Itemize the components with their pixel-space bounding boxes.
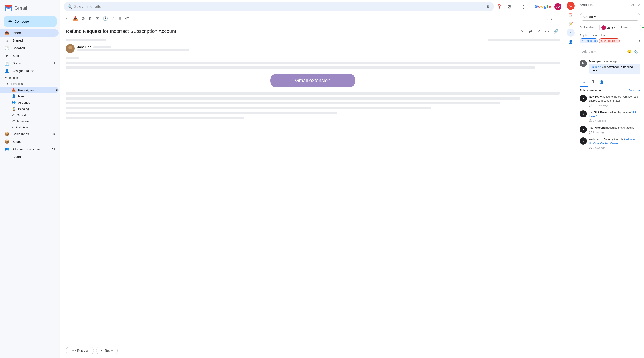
time-text-1: 9 minutes ago	[593, 103, 608, 107]
top-toolbar: 🔍 ⚙ ❓ ⚙ ⋮⋮⋮ Google JD	[60, 0, 565, 14]
label-button[interactable]: 🏷	[124, 15, 130, 22]
archive-button[interactable]: 📥	[72, 15, 79, 22]
sidebar-item-sales[interactable]: 📦 Sales Inbox 3	[0, 130, 58, 138]
panel-settings-button[interactable]: ⚙	[631, 3, 635, 8]
note-area[interactable]: Add a note 🙂 📎	[580, 47, 640, 56]
reply-button[interactable]: ↩ Reply	[96, 347, 118, 354]
email-body-content: Gmail extension	[66, 57, 560, 119]
sidebar-item-snoozed[interactable]: 🕐 Snoozed	[0, 44, 58, 52]
panel-close-button[interactable]: ✕	[636, 3, 640, 8]
search-input[interactable]	[74, 5, 484, 9]
sidebar-item-sent[interactable]: ➤ Sent	[0, 52, 58, 60]
time-icon-1: 💬	[589, 103, 592, 107]
search-filter-button[interactable]: ⚙	[485, 4, 490, 10]
finances-section[interactable]: ▼ Finances	[0, 81, 60, 87]
sidebar-item-boards[interactable]: ⊞ Boards	[0, 153, 58, 161]
gmail-logo-icon	[4, 4, 12, 12]
tag-sla-remove[interactable]: ✕	[616, 40, 618, 42]
finances-expand-icon: ▼	[6, 82, 9, 86]
inboxes-section[interactable]: ▼ Inboxes	[0, 75, 60, 81]
tags-expand-icon[interactable]: ▾	[639, 39, 640, 43]
support-label: Support	[12, 140, 24, 143]
strip-check-icon[interactable]: ✓	[567, 29, 575, 37]
back-button[interactable]: ←	[64, 15, 71, 22]
settings-button[interactable]: ⚙	[506, 3, 512, 10]
tab-email[interactable]: ✉	[580, 78, 588, 87]
report-button[interactable]: ⊘	[80, 15, 86, 22]
print-button[interactable]: 🖨	[527, 28, 534, 35]
search-bar[interactable]: 🔍 ⚙	[64, 2, 494, 12]
drafts-badge: 1	[54, 62, 55, 65]
image-tab-icon: 🖼	[590, 80, 594, 84]
comment-content: Manager 2 hours ago @Jane Your attention…	[589, 60, 640, 74]
reply-bar: ↩↩ Reply all ↩ Reply	[60, 343, 565, 358]
tag-refund[interactable]: ✦ Refund ✕	[580, 39, 598, 44]
user-avatar[interactable]: JD	[554, 3, 562, 10]
sent-icon: ➤	[4, 53, 10, 58]
subject-text: Refund Request for Incorrect Subscriptio…	[66, 29, 176, 34]
assigned-to-select[interactable]: J Jane ▾	[599, 24, 617, 31]
activity-item-1: ● New reply added to the conversation an…	[580, 95, 640, 107]
activity-avatar-4: ●	[580, 137, 587, 145]
help-button[interactable]: ❓	[496, 3, 503, 10]
sidebar-item-closed[interactable]: ✓ Closed	[0, 112, 58, 118]
sidebar-item-support[interactable]: 📦 Support	[0, 138, 58, 145]
strip-calendar-icon[interactable]: 📅	[567, 11, 575, 19]
reply-all-button[interactable]: ↩↩ Reply all	[66, 347, 94, 354]
sidebar-item-pending[interactable]: ⏳ Pending	[0, 106, 58, 112]
more-button[interactable]: ⋮	[555, 15, 562, 22]
email-meta-bar	[66, 39, 560, 41]
tab-person[interactable]: 👤	[597, 78, 607, 87]
status-select[interactable]: Open ▾	[640, 25, 644, 31]
body-line-9	[66, 117, 244, 119]
strip-user-icon[interactable]: 👤	[567, 38, 575, 46]
assigned-user-avatar: J	[601, 25, 606, 30]
pending-label: Pending	[18, 107, 29, 111]
sidebar-item-assigned-to-me[interactable]: 👤 Assigned to me	[0, 67, 58, 75]
delete-button[interactable]: 🗑	[87, 15, 94, 22]
hubspot-link[interactable]: Assign to HubSpot Contact Owner	[589, 138, 635, 145]
unassigned-icon: 📥	[12, 88, 16, 92]
sidebar-item-assigned[interactable]: 👥 Assigned	[0, 99, 58, 106]
open-new-tab-button[interactable]: ↗	[536, 28, 542, 35]
close-email-button[interactable]: ✕	[520, 28, 526, 35]
snooze-button[interactable]: 🕐	[102, 15, 109, 22]
assigned-to-label: Assigned to	[580, 26, 598, 29]
next-email-button[interactable]: ›	[550, 15, 554, 22]
prev-email-button[interactable]: ‹	[545, 15, 549, 22]
add-view-item[interactable]: + Add view	[0, 124, 58, 130]
tag-sla[interactable]: SLA Breach ✕	[599, 39, 620, 44]
email-body: Refund Request for Incorrect Subscriptio…	[60, 24, 565, 343]
more-options-button[interactable]: ⋯	[544, 28, 550, 35]
assigned-label: Assigned to me	[12, 69, 34, 73]
snoozed-label: Snoozed	[12, 46, 25, 50]
apps-button[interactable]: ⋮⋮⋮	[516, 3, 531, 10]
strip-notes-icon[interactable]: 📝	[567, 20, 575, 28]
task-button[interactable]: ✓	[110, 15, 116, 22]
panel-title: GMELIUS	[580, 4, 629, 7]
create-button[interactable]: Create ▾	[580, 13, 640, 21]
all-conv-icon: 👥	[4, 147, 10, 152]
tag-section-label: Tag this conversation	[580, 34, 640, 37]
attach-icon[interactable]: 📎	[634, 50, 638, 54]
tab-image[interactable]: 🖼	[588, 78, 597, 87]
compose-icon: ✏	[8, 19, 12, 24]
sidebar-item-inbox[interactable]: 📥 Inbox	[0, 29, 58, 37]
sidebar-item-starred[interactable]: ☆ Starred	[0, 37, 58, 44]
mark-read-button[interactable]: ✉	[94, 15, 100, 22]
link-button[interactable]: 🔗	[552, 28, 560, 35]
tag-refund-remove[interactable]: ✕	[594, 40, 596, 42]
sidebar-item-unassigned[interactable]: 📥 Unassigned 2	[0, 87, 58, 93]
sidebar-item-drafts[interactable]: 📄 Drafts 1	[0, 60, 58, 67]
emoji-icon[interactable]: 🙂	[627, 50, 632, 54]
sidebar-item-mine[interactable]: 👤 Mine	[0, 93, 58, 99]
sidebar-item-important[interactable]: 🏷 Important	[0, 118, 58, 124]
time-icon-4: 💬	[589, 146, 592, 150]
subscribe-button[interactable]: + Subscribe	[626, 89, 640, 92]
add-view-label: Add view	[16, 126, 28, 129]
strip-gmelius-icon[interactable]: G	[567, 2, 575, 10]
move-button[interactable]: ⬇	[117, 15, 123, 22]
activity-avatar-3: ●	[580, 126, 587, 133]
compose-button[interactable]: ✏ Compose	[4, 16, 57, 27]
sidebar-item-all-conversations[interactable]: 👥 All shared conversa... 11	[0, 145, 58, 153]
